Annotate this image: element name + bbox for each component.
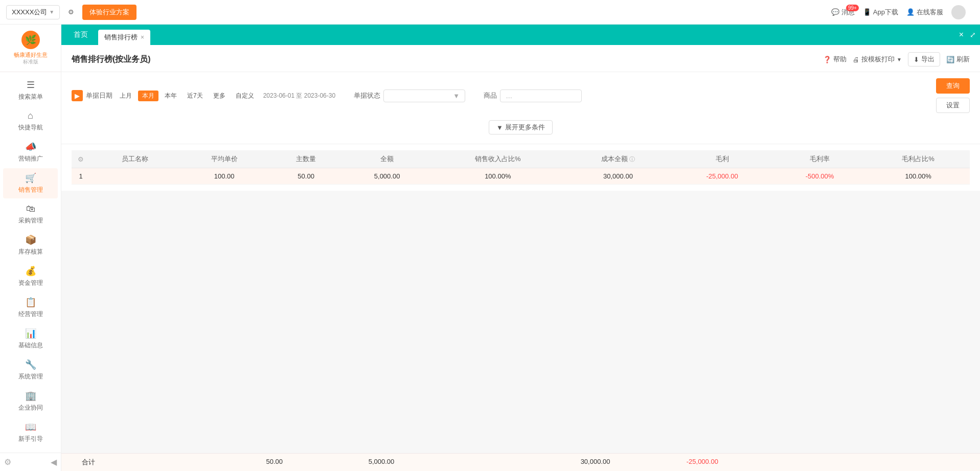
help-button[interactable]: ❓ 帮助 bbox=[823, 55, 847, 64]
avatar[interactable] bbox=[951, 5, 966, 19]
col-sales-pct: 销售收入占比% bbox=[431, 150, 565, 168]
row-gross-pct: 100.00% bbox=[867, 168, 970, 185]
date-tab-current-year[interactable]: 本年 bbox=[161, 91, 181, 101]
query-button[interactable]: 查询 bbox=[936, 78, 970, 94]
sidebar-item-enterprise-label: 企业协同 bbox=[18, 403, 43, 412]
print-button[interactable]: 🖨 按模板打印 ▼ bbox=[853, 55, 902, 64]
finance-icon: 💰 bbox=[25, 265, 36, 277]
date-range-display: 2023-06-01 至 2023-06-30 bbox=[263, 92, 335, 100]
sidebar-item-apps[interactable]: 📱 应用中心 bbox=[3, 448, 58, 453]
sidebar-item-guide-label: 新手引导 bbox=[18, 435, 43, 443]
sidebar-item-inventory[interactable]: 📦 库存核算 bbox=[3, 230, 58, 260]
status-filter-label: 单据状态 bbox=[354, 91, 380, 100]
page-title: 销售排行榜(按业务员) bbox=[72, 54, 151, 65]
home-icon: ⌂ bbox=[28, 110, 33, 121]
date-tab-last-month[interactable]: 上月 bbox=[116, 91, 136, 101]
date-tab-current-month[interactable]: 本月 bbox=[138, 91, 158, 101]
tab-home-label: 首页 bbox=[74, 30, 88, 39]
row-gross-profit: -25,000.00 bbox=[671, 168, 772, 185]
message-button[interactable]: 💬 消息 99+ bbox=[831, 8, 855, 17]
row-employee-name bbox=[90, 168, 179, 185]
sidebar-item-search[interactable]: ☰ 搜索菜单 bbox=[3, 75, 58, 105]
row-total: 5,000.00 bbox=[343, 168, 431, 185]
online-service-button[interactable]: 👤 在线客服 bbox=[906, 8, 943, 17]
sidebar-item-quicknav-label: 快捷导航 bbox=[18, 123, 43, 132]
goods-filter-more: … bbox=[506, 92, 512, 100]
col-gross-profit: 毛利 bbox=[671, 150, 772, 168]
filter-collapse-btn[interactable]: ▶ bbox=[72, 90, 83, 101]
table-wrapper: ⚙ 员工名称 平均单价 主数量 bbox=[61, 144, 980, 191]
row-rank: 1 bbox=[72, 168, 90, 185]
row-cost-total: 30,000.00 bbox=[565, 168, 672, 185]
sales-icon: 🛒 bbox=[25, 172, 36, 184]
date-tabs: 上月 本月 本年 近7天 更多 自定义 bbox=[116, 91, 258, 101]
date-tab-7days[interactable]: 近7天 bbox=[183, 91, 207, 101]
message-icon: 💬 bbox=[831, 8, 839, 16]
print-dropdown-icon: ▼ bbox=[897, 57, 902, 62]
sidebar-item-operation[interactable]: 📋 经营管理 bbox=[3, 293, 58, 323]
system-icon: 🔧 bbox=[25, 359, 36, 370]
sidebar-item-purchase[interactable]: 🛍 采购管理 bbox=[3, 199, 58, 229]
operation-icon: 📋 bbox=[25, 297, 36, 308]
sidebar-item-quicknav[interactable]: ⌂ 快捷导航 bbox=[3, 106, 58, 136]
filter-setting-button[interactable]: 设置 bbox=[936, 98, 970, 113]
sidebar-item-search-label: 搜索菜单 bbox=[18, 93, 43, 101]
goods-filter-input[interactable]: … bbox=[500, 89, 582, 102]
logo-icon: 🌿 bbox=[21, 31, 40, 49]
sidebar-item-system[interactable]: 🔧 系统管理 bbox=[3, 355, 58, 385]
sales-ranking-table: ⚙ 员工名称 平均单价 主数量 bbox=[72, 150, 970, 185]
row-main-qty: 50.00 bbox=[269, 168, 343, 185]
cost-total-help-icon[interactable]: ⓘ bbox=[629, 156, 635, 162]
inventory-icon: 📦 bbox=[25, 234, 36, 245]
message-badge: 99+ bbox=[846, 5, 859, 11]
goods-filter-label: 商品 bbox=[484, 91, 497, 100]
print-icon: 🖨 bbox=[853, 56, 859, 63]
row-avg-price: 100.00 bbox=[179, 168, 269, 185]
online-service-label: 在线客服 bbox=[917, 8, 943, 17]
sidebar-settings-icon[interactable]: ⚙ bbox=[4, 457, 11, 467]
expand-more-button[interactable]: ▼ 展开更多条件 bbox=[489, 120, 553, 134]
tab-sales-ranking-label: 销售排行榜 bbox=[104, 33, 138, 42]
company-dropdown-icon: ▼ bbox=[49, 9, 54, 15]
logo-sub: 标准版 bbox=[23, 58, 38, 65]
company-selector[interactable]: XXXXX公司 ▼ bbox=[6, 5, 60, 19]
app-download-label: App下载 bbox=[873, 8, 898, 17]
filter-area: ▶ 单据日期 上月 本月 本年 近7天 更多 自定义 bbox=[61, 72, 980, 144]
trial-button[interactable]: 体验行业方案 bbox=[82, 5, 136, 20]
footer-main-qty: 50.00 bbox=[266, 458, 283, 465]
expand-icon: ▼ bbox=[496, 124, 503, 131]
sidebar-item-operation-label: 经营管理 bbox=[18, 310, 43, 319]
marketing-icon: 📣 bbox=[25, 141, 36, 152]
row-sales-pct: 100.00% bbox=[431, 168, 565, 185]
export-button[interactable]: ⬇ 导出 bbox=[908, 52, 940, 66]
sidebar-collapse-icon[interactable]: ◀ bbox=[51, 457, 57, 467]
status-filter-select[interactable]: ▼ bbox=[383, 89, 465, 102]
sidebar-item-basic[interactable]: 📊 基础信息 bbox=[3, 324, 58, 354]
topbar-settings-button[interactable]: ⚙ bbox=[64, 5, 78, 19]
refresh-icon: 🔄 bbox=[946, 56, 954, 63]
sidebar-item-sales[interactable]: 🛒 销售管理 bbox=[3, 168, 58, 198]
col-gross-rate: 毛利率 bbox=[773, 150, 867, 168]
tab-home[interactable]: 首页 bbox=[65, 25, 96, 45]
date-tab-custom[interactable]: 自定义 bbox=[232, 91, 258, 101]
refresh-button[interactable]: 🔄 刷新 bbox=[946, 55, 970, 64]
print-label: 按模板打印 bbox=[861, 55, 895, 64]
window-restore-icon[interactable]: ⤢ bbox=[970, 31, 976, 39]
sidebar-item-purchase-label: 采购管理 bbox=[18, 216, 43, 225]
tab-sales-ranking[interactable]: 销售排行榜 × bbox=[98, 30, 150, 45]
sidebar-item-guide[interactable]: 📖 新手引导 bbox=[3, 417, 58, 447]
window-close-icon[interactable]: × bbox=[959, 30, 964, 39]
tab-close-icon[interactable]: × bbox=[141, 34, 144, 41]
sidebar-item-finance[interactable]: 💰 资金管理 bbox=[3, 261, 58, 291]
date-tab-more[interactable]: 更多 bbox=[209, 91, 230, 101]
export-icon: ⬇ bbox=[914, 56, 919, 63]
sidebar-item-enterprise[interactable]: 🏢 企业协同 bbox=[3, 386, 58, 416]
footer-gross-profit: -25,000.00 bbox=[687, 458, 718, 465]
sidebar-logo: 🌿 畅康通好生意 标准版 bbox=[0, 25, 61, 72]
col-settings[interactable]: ⚙ bbox=[72, 150, 90, 168]
purchase-icon: 🛍 bbox=[26, 204, 35, 214]
col-main-qty: 主数量 bbox=[269, 150, 343, 168]
refresh-label: 刷新 bbox=[956, 55, 970, 64]
sidebar-item-marketing[interactable]: 📣 营销推广 bbox=[3, 137, 58, 167]
app-download-button[interactable]: 📱 App下载 bbox=[863, 8, 898, 17]
